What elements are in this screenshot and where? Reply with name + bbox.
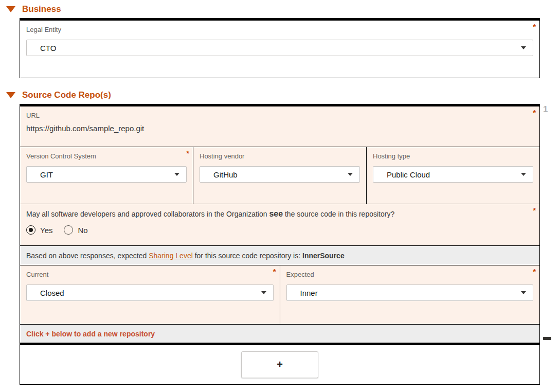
expected-label: Expected xyxy=(286,271,534,278)
section-header-repos[interactable]: Source Code Repo(s) xyxy=(0,90,560,100)
section-title-business: Business xyxy=(22,4,61,14)
current-dropdown[interactable]: Closed xyxy=(26,284,274,301)
question-emphasis: see xyxy=(269,209,283,218)
hosting-vendor-dropdown[interactable]: GitHub xyxy=(200,166,360,183)
legal-entity-dropdown[interactable]: CTO xyxy=(26,40,533,56)
collapse-triangle-icon[interactable] xyxy=(6,92,15,98)
chevron-down-icon xyxy=(521,291,526,294)
current-label: Current xyxy=(26,271,274,278)
chevron-down-icon xyxy=(174,173,179,176)
form-page: Business * Legal Entity CTO Source Code … xyxy=(0,0,560,392)
vcs-label: Version Control System xyxy=(26,152,187,160)
repo-attributes-row: * Version Control System GIT Hosting ven… xyxy=(20,147,539,204)
radio-no-label: No xyxy=(78,226,87,235)
repo-count-badge: 1 xyxy=(543,104,548,115)
hosting-type-label: Hosting type xyxy=(373,152,533,160)
vcs-value: GIT xyxy=(40,170,53,179)
hosting-vendor-field: Hosting vendor GitHub xyxy=(193,147,366,204)
required-asterisk: * xyxy=(533,206,536,215)
hosting-type-field: Hosting type Public Cloud xyxy=(366,147,539,204)
required-asterisk: * xyxy=(533,22,536,31)
remove-repo-button[interactable] xyxy=(543,335,551,342)
radio-option-no[interactable]: No xyxy=(64,225,87,235)
chevron-down-icon xyxy=(261,291,266,294)
required-asterisk: * xyxy=(533,108,536,117)
vcs-field: * Version Control System GIT xyxy=(20,147,193,204)
visibility-question-text: May all software developers and approved… xyxy=(26,209,533,219)
legal-entity-value: CTO xyxy=(40,44,56,52)
expected-value: Inner xyxy=(300,289,318,297)
hosting-type-value: Public Cloud xyxy=(387,170,430,179)
sharing-level-value: InnerSource xyxy=(302,252,345,260)
required-asterisk: * xyxy=(273,267,276,276)
hosting-type-dropdown[interactable]: Public Cloud xyxy=(373,166,533,183)
add-repo-hint-text: Click + below to add a new repository xyxy=(26,330,155,338)
repos-panel: * URL https://github.com/sample_repo.git… xyxy=(20,104,540,385)
legal-entity-label: Legal Entity xyxy=(26,26,533,33)
visibility-question-row: * May all software developers and approv… xyxy=(20,204,539,246)
required-asterisk: * xyxy=(533,267,536,276)
radio-no-icon[interactable] xyxy=(64,225,73,235)
url-value[interactable]: https://github.com/sample_repo.git xyxy=(26,124,533,133)
sharing-level-note: Based on above responses, expected Shari… xyxy=(20,246,539,265)
sharing-levels-row: * Current Closed * Expected Inner xyxy=(20,265,539,325)
radio-yes-icon[interactable] xyxy=(26,225,35,235)
section-title-repos: Source Code Repo(s) xyxy=(22,90,111,100)
expected-field: * Expected Inner xyxy=(280,265,540,324)
sharing-level-link[interactable]: Sharing Level xyxy=(149,252,193,260)
section-header-business[interactable]: Business xyxy=(0,0,560,14)
required-asterisk: * xyxy=(186,149,189,157)
vcs-dropdown[interactable]: GIT xyxy=(26,166,187,183)
visibility-radio-group: Yes No xyxy=(26,225,533,235)
current-value: Closed xyxy=(40,289,64,297)
expected-dropdown[interactable]: Inner xyxy=(286,284,534,301)
radio-yes-label: Yes xyxy=(40,226,52,235)
hosting-vendor-label: Hosting vendor xyxy=(200,152,360,160)
chevron-down-icon xyxy=(521,173,526,176)
add-repo-footer: + xyxy=(20,345,539,384)
url-label: URL xyxy=(26,112,533,119)
add-repo-button[interactable]: + xyxy=(241,351,318,378)
hosting-vendor-value: GitHub xyxy=(213,170,238,179)
current-field: * Current Closed xyxy=(20,265,280,324)
chevron-down-icon xyxy=(348,173,353,176)
chevron-down-icon xyxy=(521,46,526,49)
minus-icon xyxy=(543,337,551,340)
collapse-triangle-icon[interactable] xyxy=(6,6,15,12)
url-row: * URL https://github.com/sample_repo.git xyxy=(20,106,539,147)
business-panel: * Legal Entity CTO xyxy=(20,18,540,78)
radio-option-yes[interactable]: Yes xyxy=(26,225,52,235)
add-repo-hint: Click + below to add a new repository xyxy=(20,325,539,345)
sharing-note-text: Based on above responses, expected Shari… xyxy=(26,252,345,260)
